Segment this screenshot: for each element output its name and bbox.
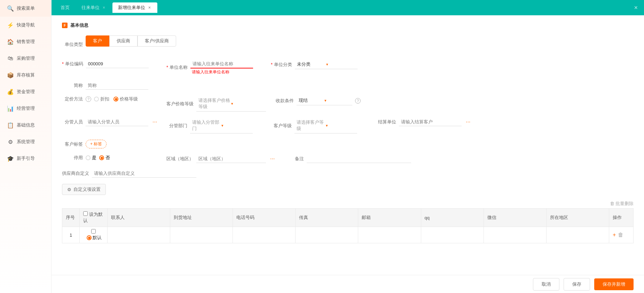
unit-category-label: 单位分类: [271, 62, 292, 68]
pricing-discount-option[interactable]: 折扣: [94, 96, 109, 102]
sales-icon: 🏠: [7, 38, 14, 45]
cancel-button[interactable]: 取消: [533, 278, 559, 291]
sidebar-item-finance[interactable]: 💰 资金管理: [0, 83, 51, 100]
payment-help-icon[interactable]: ?: [355, 98, 361, 104]
add-row-btn[interactable]: +: [613, 232, 616, 238]
customer-level-field: 客户等级 请选择客户等级 ▾: [271, 118, 368, 133]
sidebar-item-guide[interactable]: 🎓 新手引导: [0, 150, 51, 167]
sidebar-item-label: 经营管理: [17, 105, 35, 112]
default-radio[interactable]: 默认: [87, 235, 102, 241]
supplier-custom-label: 供应商自定义: [62, 170, 89, 177]
col-qq: qq: [421, 209, 484, 227]
unit-name-input[interactable]: [190, 60, 253, 68]
select-all-checkbox[interactable]: [83, 211, 88, 216]
unit-code-input[interactable]: [86, 60, 149, 68]
tab-partner[interactable]: 往来单位 ×: [76, 2, 112, 13]
add-tag-btn[interactable]: + 标签: [86, 140, 107, 148]
region-more-btn[interactable]: ···: [269, 156, 276, 162]
unit-name-with-error: 请输入往来单位名称: [190, 60, 253, 75]
sidebar-item-ops[interactable]: 📊 经营管理: [0, 100, 51, 117]
sidebar-item-quicknav[interactable]: ⚡ 快捷导航: [0, 17, 51, 33]
radio-yes: [86, 155, 91, 160]
pricing-level-option[interactable]: 价格等级: [113, 96, 138, 102]
section-icon: F: [62, 23, 68, 28]
cell-qq: [421, 227, 484, 243]
custom-settings-btn[interactable]: ⚙ 自定义项设置: [62, 184, 106, 195]
delete-row-btn[interactable]: 🗑: [618, 232, 623, 238]
tab-home[interactable]: 首页: [55, 2, 75, 13]
manager-more-btn[interactable]: ···: [151, 119, 158, 125]
unit-type-field: 单位类型 客户 供应商 客户/供应商: [62, 35, 176, 54]
short-name-input[interactable]: [86, 81, 148, 90]
unit-code-field: 单位编码: [62, 60, 159, 68]
remark-label: 备注: [283, 156, 304, 162]
cell-default: 默认: [80, 227, 108, 243]
supplier-custom-input[interactable]: [92, 169, 196, 178]
save-new-button[interactable]: 保存并新增: [594, 278, 634, 290]
help-icon[interactable]: ?: [86, 96, 91, 102]
disabled-yes-label: 是: [92, 155, 96, 161]
unit-type-customer-btn[interactable]: 客户: [86, 35, 109, 47]
qq-input[interactable]: [425, 233, 480, 238]
sidebar-item-label: 资金管理: [17, 89, 35, 95]
footer: 取消 保存 保存并新增: [52, 275, 644, 293]
sidebar-item-sales[interactable]: 🏠 销售管理: [0, 33, 51, 50]
settlement-more-btn[interactable]: ···: [464, 119, 472, 125]
sidebar: 🔍 搜索菜单 ⚡ 快捷导航 🏠 销售管理 🛍 采购管理 📦 库存核算 💰 资金管…: [0, 0, 52, 293]
save-button[interactable]: 保存: [564, 278, 590, 291]
payment-terms-select[interactable]: 现结 ▾: [297, 96, 352, 105]
phone-input[interactable]: [236, 233, 292, 238]
row-checkbox[interactable]: [91, 229, 96, 234]
customer-level-placeholder: 请选择客户等级: [297, 119, 326, 132]
address-input[interactable]: [174, 233, 229, 238]
region-cell-input[interactable]: [550, 233, 605, 238]
customer-price-level-select[interactable]: 请选择客户价格等级 ▾: [196, 96, 266, 112]
disabled-no-option[interactable]: 否: [99, 155, 110, 161]
sidebar-item-inventory[interactable]: 📦 库存核算: [0, 67, 51, 83]
col-region: 所在地区: [546, 209, 609, 227]
contact-input[interactable]: [111, 233, 166, 238]
tab-bar-close-btn[interactable]: ×: [631, 3, 641, 13]
form-row-tag: 客户标签 + 标签: [62, 140, 634, 148]
customer-level-select[interactable]: 请选择客户等级 ▾: [294, 118, 357, 133]
unit-category-select[interactable]: 未分类 ▾: [295, 60, 358, 69]
chevron-down-icon: ▾: [326, 123, 355, 128]
sidebar-item-basic[interactable]: 📋 基础信息: [0, 117, 51, 133]
unit-type-group: 客户 供应商 客户/供应商: [86, 35, 176, 47]
email-input[interactable]: [362, 233, 417, 238]
sidebar-item-label: 基础信息: [17, 122, 35, 128]
sidebar-item-purchase[interactable]: 🛍 采购管理: [0, 50, 51, 67]
tab-home-label: 首页: [61, 5, 70, 11]
unit-type-both-btn[interactable]: 客户/供应商: [138, 35, 176, 47]
manager-label: 分管人员: [62, 119, 83, 125]
tab-new-partner-close[interactable]: ×: [147, 5, 152, 10]
col-fax: 传真: [296, 209, 358, 227]
default-label: 默认: [93, 235, 102, 241]
fax-input[interactable]: [299, 233, 354, 238]
manager-input[interactable]: [86, 118, 148, 126]
remark-input[interactable]: [307, 155, 411, 163]
col-address: 到货地址: [170, 209, 233, 227]
unit-type-row: 单位类型 客户 供应商 客户/供应商: [62, 35, 634, 54]
batch-delete-btn[interactable]: 🗑 批量删除: [62, 201, 634, 207]
wechat-input[interactable]: [487, 233, 543, 238]
payment-terms-value: 现结: [299, 97, 324, 104]
cell-address: [170, 227, 233, 243]
quicknav-icon: ⚡: [7, 22, 14, 29]
sidebar-item-system[interactable]: ⚙ 系统管理: [0, 133, 51, 150]
settlement-label: 结算单位: [375, 119, 396, 125]
dept-select[interactable]: 请输入分管部门 ▾: [190, 118, 253, 133]
contacts-table: 序号 设为默认 联系人 到货地址 电话号码 传真 邮箱 qq 微信 所在地区 操…: [62, 208, 634, 243]
unit-type-supplier-btn[interactable]: 供应商: [109, 35, 138, 47]
disabled-field: 停用 是 否: [62, 155, 159, 161]
disabled-yes-option[interactable]: 是: [86, 155, 96, 161]
unit-name-field: 单位名称 请输入往来单位名称: [166, 60, 264, 75]
col-default: 设为默认: [80, 209, 108, 227]
region-input[interactable]: [196, 155, 266, 163]
tab-new-partner[interactable]: 新增往来单位 ×: [112, 2, 157, 13]
settlement-input[interactable]: [399, 118, 462, 126]
form-row-1: 单位编码 单位名称 请输入往来单位名称 单位分类 未分类 ▾: [62, 60, 634, 75]
pricing-discount-label: 折扣: [100, 96, 109, 102]
tab-partner-close[interactable]: ×: [102, 5, 106, 10]
sidebar-item-search[interactable]: 🔍 搜索菜单: [0, 0, 51, 17]
